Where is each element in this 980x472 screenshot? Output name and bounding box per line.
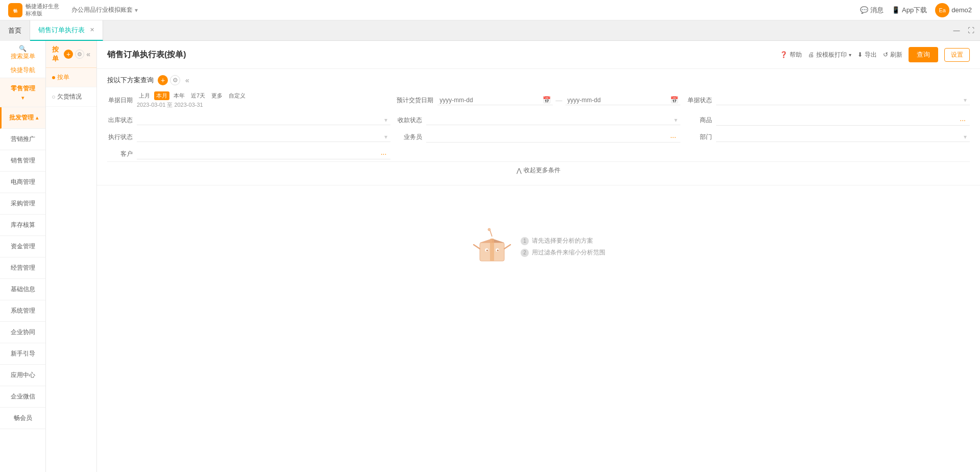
salesman-more-button[interactable]: ··· xyxy=(668,133,678,141)
help-label: 帮助 xyxy=(790,51,802,59)
tab-home[interactable]: 首页 xyxy=(0,20,30,41)
exec-status-label: 执行状态 xyxy=(107,133,133,141)
breadcrumb-arrow-icon: ▾ xyxy=(135,7,138,14)
filter-row-4: 客户 ··· xyxy=(107,149,970,159)
date-btn-custom[interactable]: 自定义 xyxy=(227,91,248,100)
sidebar-item-wechat[interactable]: 企业微信 xyxy=(0,386,45,408)
page-content: 销售订单执行表(按单) ❓ 帮助 🖨 按模板打印 ▾ ⬇ 导出 xyxy=(97,41,980,472)
page-title: 销售订单执行表(按单) xyxy=(107,50,186,60)
sub-sidebar-item-shortage[interactable]: 欠货情况 xyxy=(46,87,96,107)
filter-add-button[interactable]: + xyxy=(158,75,168,85)
dept-select[interactable]: ▾ xyxy=(716,132,970,142)
sub-sidebar-item-by-order[interactable]: 按单 xyxy=(46,68,96,87)
collection-status-label: 收款状态 xyxy=(397,116,422,125)
salesman-label: 业务员 xyxy=(397,133,422,141)
order-status-select[interactable]: ▾ xyxy=(716,96,970,105)
quick-nav-label: 快捷导航 xyxy=(11,66,35,74)
tab-sales-order[interactable]: 销售订单执行表 ✕ xyxy=(30,20,103,41)
delivery-status-select[interactable]: ▾ xyxy=(137,115,390,125)
breadcrumb-text: 办公用品行业模拟账套 xyxy=(71,6,133,14)
sidebar-apps-label: 应用中心 xyxy=(11,371,35,380)
page-actions: ❓ 帮助 🖨 按模板打印 ▾ ⬇ 导出 ↺ 刷新 xyxy=(780,47,970,62)
sidebar: 🔍 搜索菜单 快捷导航 零售管理 ▾ 批发管理 ▴ 营销推广 销售管理 电商管理… xyxy=(0,41,46,472)
sidebar-item-guide[interactable]: 新手引导 xyxy=(0,343,45,365)
app-download-button[interactable]: 📱 App下载 xyxy=(892,6,927,15)
date-from-icon[interactable]: 📅 xyxy=(543,96,551,104)
filter-settings-button[interactable]: ⚙ xyxy=(170,75,180,85)
export-button[interactable]: ⬇ 导出 xyxy=(857,51,877,59)
tab-close-icon[interactable]: ✕ xyxy=(90,27,94,33)
date-quick-buttons: 上月 本月 本年 近7天 更多 自定义 xyxy=(137,91,390,100)
collapse-button[interactable]: ⋀ 收起更多条件 xyxy=(517,166,560,175)
order-status-dropdown-icon: ▾ xyxy=(964,97,967,104)
date-btn-more[interactable]: 更多 xyxy=(209,91,225,100)
sidebar-item-operations[interactable]: 经营管理 xyxy=(0,257,45,279)
date-btn-last-7-days[interactable]: 近7天 xyxy=(189,91,207,100)
svg-rect-6 xyxy=(490,239,494,261)
sidebar-search[interactable]: 🔍 搜索菜单 xyxy=(0,41,45,63)
message-button[interactable]: 💬 消息 xyxy=(860,6,884,15)
date-btn-this-year[interactable]: 本年 xyxy=(172,91,187,100)
date-range-display: 2023-03-01 至 2023-03-31 xyxy=(137,101,390,109)
sidebar-item-purchase[interactable]: 采购管理 xyxy=(0,193,45,215)
sidebar-enterprise-label: 企业协同 xyxy=(11,328,35,337)
sub-sidebar-collapse-icon[interactable]: « xyxy=(86,50,90,58)
filter-collapse-button[interactable]: « xyxy=(182,75,192,85)
sidebar-item-enterprise[interactable]: 企业协同 xyxy=(0,322,45,343)
user-avatar-area[interactable]: Ea demo2 xyxy=(935,3,972,17)
print-button[interactable]: 🖨 按模板打印 ▾ xyxy=(808,51,851,59)
svg-text:畅: 畅 xyxy=(13,9,17,13)
dept-dropdown-icon: ▾ xyxy=(964,133,967,140)
date-to-input[interactable] xyxy=(568,97,670,104)
filter-salesman-field: 业务员 ··· xyxy=(397,132,680,143)
breadcrumb[interactable]: 办公用品行业模拟账套 ▾ xyxy=(71,6,138,14)
logo-text: 畅捷通好生意 标准版 xyxy=(26,3,59,16)
sidebar-item-sales[interactable]: 销售管理 xyxy=(0,150,45,172)
sidebar-quick-nav[interactable]: 快捷导航 xyxy=(0,63,45,78)
help-icon: ❓ xyxy=(780,51,788,58)
date-from-input[interactable] xyxy=(439,97,542,104)
exec-dropdown-icon: ▾ xyxy=(384,133,387,140)
setting-button[interactable]: 设置 xyxy=(944,48,970,62)
empty-tip-1-text: 请先选择要分析的方案 xyxy=(532,237,593,245)
sub-sidebar-add-icon[interactable]: + xyxy=(64,50,73,59)
refresh-icon: ↺ xyxy=(883,51,888,58)
filter-delivery-status-field: 出库状态 ▾ xyxy=(107,115,390,126)
sidebar-item-system[interactable]: 系统管理 xyxy=(0,300,45,322)
content-area: 销售订单执行表(按单) ❓ 帮助 🖨 按模板打印 ▾ ⬇ 导出 xyxy=(97,41,980,472)
filter-collection-status-field: 收款状态 ▾ xyxy=(397,115,680,126)
tab-minimize-button[interactable]: — xyxy=(951,26,962,36)
sidebar-item-inventory[interactable]: 库存核算 xyxy=(0,215,45,236)
date-btn-last-month[interactable]: 上月 xyxy=(137,91,152,100)
app-download-label: App下载 xyxy=(902,6,927,15)
page-header: 销售订单执行表(按单) ❓ 帮助 🖨 按模板打印 ▾ ⬇ 导出 xyxy=(97,41,980,69)
product-more-button[interactable]: ··· xyxy=(958,116,968,124)
sidebar-wholesale-label: 批发管理 xyxy=(9,113,34,122)
sidebar-item-marketing[interactable]: 营销推广 xyxy=(0,129,45,150)
product-label: 商品 xyxy=(687,116,712,125)
date-to-icon[interactable]: 📅 xyxy=(670,96,678,104)
print-label: 按模板打印 xyxy=(816,51,847,59)
refresh-button[interactable]: ↺ 刷新 xyxy=(883,51,902,59)
date-btn-this-month[interactable]: 本月 xyxy=(154,91,169,100)
collapse-row: ⋀ 收起更多条件 xyxy=(107,161,970,179)
exec-status-select[interactable]: ▾ xyxy=(137,132,390,142)
query-button[interactable]: 查询 xyxy=(909,47,938,62)
sidebar-item-retail[interactable]: 零售管理 ▾ xyxy=(0,78,45,107)
sidebar-item-basic[interactable]: 基础信息 xyxy=(0,279,45,300)
help-button[interactable]: ❓ 帮助 xyxy=(780,51,802,59)
collection-status-select[interactable]: ▾ xyxy=(426,115,680,125)
empty-tip-1: 1 请先选择要分析的方案 xyxy=(521,237,605,245)
sidebar-item-finance[interactable]: 资金管理 xyxy=(0,236,45,257)
sidebar-item-apps[interactable]: 应用中心 xyxy=(0,365,45,386)
sub-sidebar-settings-icon[interactable]: ⚙ xyxy=(75,50,84,59)
sidebar-item-wholesale[interactable]: 批发管理 ▴ xyxy=(0,107,45,129)
customer-more-button[interactable]: ··· xyxy=(379,150,389,158)
sidebar-item-ecommerce[interactable]: 电商管理 xyxy=(0,172,45,193)
order-status-label: 单据状态 xyxy=(687,96,712,105)
sidebar-item-member[interactable]: 畅会员 xyxy=(0,408,45,429)
tab-maximize-button[interactable]: ⛶ xyxy=(966,26,976,36)
filter-dept-field: 部门 ▾ xyxy=(687,132,970,143)
sub-sidebar-by-order-label: 按单 xyxy=(57,73,69,82)
svg-line-13 xyxy=(474,245,480,249)
